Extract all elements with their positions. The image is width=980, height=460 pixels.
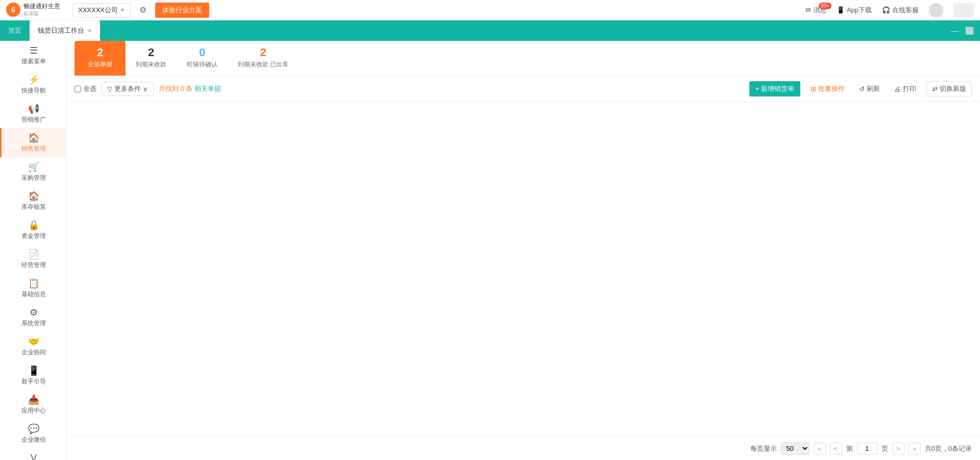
- system-icon: ⚙: [30, 308, 38, 317]
- sidebar-item-enterprise[interactable]: 🤝 企业协同: [0, 332, 66, 361]
- print-label: 打印: [903, 84, 916, 93]
- sidebar-item-label: 销售管理: [21, 144, 46, 153]
- top-bar: 6 畅捷通好生意 标准版 XXXXXX公司 ▼ ⚙ 体验行业方案 ✉ 消息 99…: [0, 0, 980, 20]
- sidebar-item-label: 应用中心: [21, 406, 46, 415]
- refresh-icon: ↺: [859, 85, 865, 93]
- stat-num-overdue: 2: [148, 46, 154, 59]
- switch-version-btn[interactable]: ⇄ 切换新版: [926, 81, 972, 96]
- new-order-button[interactable]: + 新增销货单: [749, 81, 800, 96]
- sidebar-item-inventory[interactable]: 🏠 库存核算: [0, 186, 66, 215]
- more-filter-btn[interactable]: ▽ 更多条件 ∨: [102, 82, 154, 96]
- stats-bar: 2 全部单据 2 到期未收款 0 旺辅待确认 2 到期未收款 已出库: [66, 41, 980, 76]
- page-unit: 页: [881, 444, 888, 453]
- message-icon: ✉: [805, 6, 811, 14]
- next-page-btn[interactable]: >: [892, 443, 904, 455]
- sidebar-item-finance[interactable]: 🔒 资金管理: [0, 215, 66, 245]
- stat-tab-shipped[interactable]: 2 到期未收款 已出库: [228, 41, 299, 76]
- page-input[interactable]: [857, 443, 877, 454]
- sidebar-item-label: 采购管理: [21, 174, 46, 182]
- page-size-label: 每页显示: [750, 444, 777, 453]
- stat-label-all: 全部单据: [88, 60, 112, 69]
- inventory-icon: 🏠: [28, 191, 39, 201]
- switch-icon: ⇄: [932, 85, 938, 93]
- tab-home-label: 首页: [8, 26, 21, 35]
- tab-nav: 首页 钱货日清工作台 ✕ — ⬜: [0, 20, 980, 41]
- stat-tab-overdue[interactable]: 2 到期未收款: [126, 41, 177, 76]
- stat-label-pending: 旺辅待确认: [187, 60, 217, 69]
- stat-label-shipped: 到期未收款 已出库: [238, 60, 288, 69]
- avatar[interactable]: [929, 3, 943, 17]
- sidebar-item-system[interactable]: ⚙ 系统管理: [0, 303, 66, 332]
- enterprise-icon: 🤝: [28, 337, 39, 346]
- app-center-icon: 📥: [28, 395, 39, 404]
- pagination: 每页显示 50 10 20 100 « < 第 页 > » 共0页，0条记录: [66, 437, 980, 460]
- found-text: 共找到 0 条 相关单据: [159, 84, 221, 93]
- company-arrow: ▼: [120, 7, 125, 13]
- sidebar-item-label: 企业微信: [21, 435, 46, 444]
- stat-tab-all[interactable]: 2 全部单据: [75, 41, 126, 76]
- found-link[interactable]: 相关单据: [194, 85, 221, 92]
- batch-icon: ⊞: [811, 85, 816, 93]
- filter-arrow: ∨: [143, 85, 148, 93]
- tab-minimize-btn[interactable]: —: [949, 25, 960, 37]
- select-all-label: 全选: [83, 84, 96, 93]
- company-selector[interactable]: XXXXXX公司 ▼: [72, 3, 131, 17]
- finance-icon: 🔒: [28, 221, 39, 230]
- app-download-btn[interactable]: 📱 App下载: [837, 6, 872, 15]
- select-all-input[interactable]: [75, 86, 81, 92]
- quick-nav-icon: ⚡: [28, 75, 39, 84]
- sidebar-item-guide[interactable]: 📱 新手引导: [0, 361, 66, 390]
- content-area: 2 全部单据 2 到期未收款 0 旺辅待确认 2 到期未收款 已出库 全选: [66, 41, 980, 460]
- refresh-btn[interactable]: ↺ 刷新: [855, 82, 884, 95]
- sidebar-item-label: 新手引导: [21, 377, 46, 386]
- service-btn[interactable]: 🎧 在线客服: [882, 6, 919, 15]
- tab-maximize-btn[interactable]: ⬜: [963, 25, 976, 37]
- stat-num-pending: 0: [199, 46, 205, 59]
- sidebar-item-operations[interactable]: 📄 经营管理: [0, 245, 66, 274]
- sidebar-item-app-center[interactable]: 📥 应用中心: [0, 390, 66, 419]
- sales-icon: 🏠: [28, 133, 39, 142]
- message-btn[interactable]: ✉ 消息 99+: [805, 6, 826, 15]
- batch-label: 批量操作: [818, 84, 845, 93]
- prev-page-btn[interactable]: <: [830, 443, 842, 455]
- service-icon: 🎧: [882, 6, 890, 14]
- tab-close-icon[interactable]: ✕: [87, 28, 92, 34]
- batch-operation-btn[interactable]: ⊞ 批量操作: [806, 82, 849, 95]
- print-btn[interactable]: 🖨 打印: [890, 82, 920, 95]
- marketing-icon: 📢: [28, 104, 39, 113]
- sidebar-item-basic-info[interactable]: 📋 基础信息: [0, 274, 66, 303]
- stat-num-all: 2: [97, 46, 103, 59]
- tab-workbench[interactable]: 钱货日清工作台 ✕: [30, 20, 100, 41]
- sidebar-item-quick-nav[interactable]: ⚡ 快捷导航: [0, 70, 66, 99]
- main-layout: ☰ 搜索菜单 ⚡ 快捷导航 📢 营销推广 🏠 销售管理 🛒 采购管理 🏠 库存核…: [0, 41, 980, 460]
- toolbar-left: 全选 ▽ 更多条件 ∨ 共找到 0 条 相关单据: [75, 82, 743, 96]
- first-page-btn[interactable]: «: [814, 443, 826, 455]
- last-page-btn[interactable]: »: [909, 443, 921, 455]
- user-name[interactable]: [953, 3, 974, 17]
- sidebar-item-weixin[interactable]: 💬 企业微信: [0, 419, 66, 448]
- select-all-checkbox[interactable]: 全选: [75, 84, 96, 93]
- sidebar-item-purchase[interactable]: 🛒 采购管理: [0, 157, 66, 186]
- sidebar-item-marketing[interactable]: 📢 营销推广: [0, 99, 66, 128]
- message-badge: 99+: [819, 3, 831, 9]
- sidebar-item-label: 快捷导航: [21, 86, 46, 95]
- logo-icon: 6: [6, 3, 20, 17]
- sidebar-item-vip[interactable]: V 畅会员: [0, 448, 66, 460]
- settings-icon[interactable]: ⚙: [136, 3, 150, 17]
- page-label: 第: [846, 444, 853, 453]
- tab-home[interactable]: 首页: [0, 20, 30, 41]
- sidebar-item-sales[interactable]: 🏠 销售管理: [0, 128, 66, 157]
- stat-num-shipped: 2: [260, 46, 266, 59]
- page-size-select[interactable]: 50 10 20 100: [781, 442, 810, 455]
- stat-tab-pending[interactable]: 0 旺辅待确认: [177, 41, 228, 76]
- found-count: 0: [181, 85, 184, 92]
- sidebar-item-search-menu[interactable]: ☰ 搜索菜单: [0, 41, 66, 70]
- trial-button[interactable]: 体验行业方案: [155, 3, 209, 18]
- tab-actions: — ⬜: [949, 25, 980, 37]
- logo-area: 6 畅捷通好生意 标准版: [6, 3, 72, 17]
- app-icon: 📱: [837, 6, 845, 14]
- sidebar-item-label: 营销推广: [21, 115, 46, 124]
- service-label: 在线客服: [892, 6, 919, 15]
- sidebar-item-label: 库存核算: [21, 203, 46, 211]
- search-menu-icon: ☰: [30, 46, 38, 55]
